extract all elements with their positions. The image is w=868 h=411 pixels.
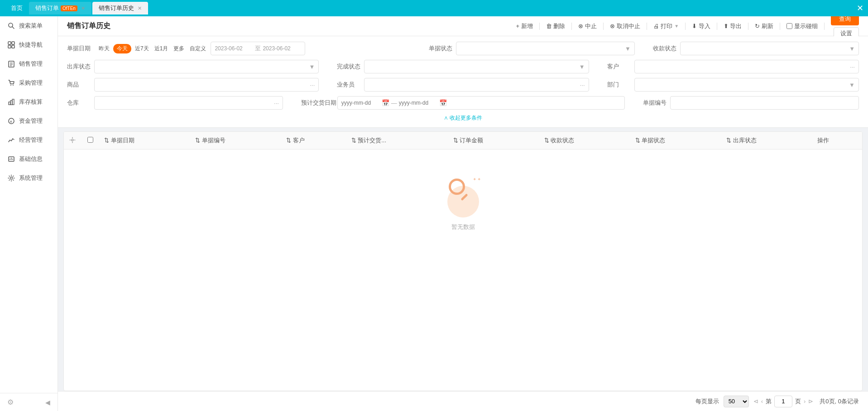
product-dots[interactable]: ··· [310, 82, 315, 88]
delete-button[interactable]: 🗑 删除 [546, 22, 566, 30]
first-page-button[interactable]: ⊲ [753, 398, 758, 405]
filter-department: 部门 ▼ [607, 78, 859, 92]
filter-bill-number: 单据编号 [643, 96, 859, 110]
window-close-button[interactable]: ✕ [857, 3, 863, 13]
warehouse-dots[interactable]: ··· [274, 100, 279, 106]
date-from-input[interactable] [215, 45, 253, 52]
th-receipt-status[interactable]: ⇅ 收款状态 [539, 132, 630, 150]
prev-page-button[interactable]: ‹ [761, 398, 763, 405]
th-number[interactable]: ⇅ 单据编号 [190, 132, 281, 150]
date-tag-custom[interactable]: 自定义 [188, 44, 208, 53]
product-input[interactable] [98, 82, 308, 88]
bill-status-input[interactable] [460, 45, 625, 52]
page-nav: ⊲ ‹ 第 页 › ⊳ 共0页, 0条记录 [753, 396, 859, 407]
salesperson-dots[interactable]: ··· [580, 82, 585, 88]
sidebar-item-quicknav[interactable]: 快捷导航 [0, 35, 58, 54]
print-label: 🖨 打印 [653, 22, 673, 30]
per-page-select[interactable]: 50 10 20 100 [724, 396, 749, 407]
date-tag-today[interactable]: 今天 [113, 44, 131, 53]
page-header: 销售订单历史 + 新增 🗑 删除 ⊗ 中止 ⊗ 取消中止 🖨 打印 ▼ ⬇ 导入… [58, 16, 868, 36]
filter-outbound-status: 出库状态 ▼ [67, 60, 319, 73]
sidebar-item-finance[interactable]: ¥ 资金管理 [0, 111, 58, 131]
delivery-from-calendar-icon[interactable]: 📅 [382, 99, 389, 106]
receipt-status-dropdown-icon[interactable]: ▼ [849, 45, 855, 52]
salesperson-input[interactable] [368, 82, 578, 88]
new-button[interactable]: + 新增 [516, 22, 533, 30]
empty-state: ✦ ✦ 暂无数据 [64, 150, 862, 258]
customer-label: 客户 [607, 63, 634, 71]
filter-row-4: 仓库 ··· 预计交货日期 📅 — 📅 [67, 96, 859, 110]
sidebar-item-stock[interactable]: 库存核算 [0, 92, 58, 111]
th-outbound-status-label: ⇅ 出库状态 [726, 137, 757, 144]
delivery-to-calendar-icon[interactable]: 📅 [439, 99, 447, 106]
tab-sales-order[interactable]: 销售订单 OfTEn ✕ [29, 2, 91, 15]
th-settings[interactable] [64, 132, 82, 150]
product-label: 商品 [67, 81, 94, 89]
display-cols-checkbox[interactable]: 显示碰细 [786, 22, 818, 30]
operation-icon [7, 136, 15, 144]
tab-home[interactable]: 首页 [5, 4, 29, 12]
outbound-status-input[interactable] [98, 63, 309, 70]
stop-button[interactable]: ⊗ 中止 [578, 22, 597, 30]
next-page-button[interactable]: › [804, 398, 806, 405]
completion-status-input[interactable] [368, 63, 579, 70]
sidebar-item-base[interactable]: 基础信息 [0, 150, 58, 169]
sidebar-item-system[interactable]: 系统管理 [0, 169, 58, 188]
sidebar-item-sales[interactable]: 销售管理 [0, 54, 58, 73]
last-page-button[interactable]: ⊳ [808, 398, 813, 405]
bill-number-input[interactable] [674, 100, 855, 106]
department-input[interactable] [638, 82, 849, 88]
tab-sales-order-history[interactable]: 销售订单历史 ✕ [92, 2, 148, 15]
print-dropdown-icon[interactable]: ▼ [674, 24, 679, 29]
collapse-button[interactable]: ∧ 收起更多条件 [67, 114, 859, 122]
bill-status-dropdown-icon[interactable]: ▼ [625, 45, 631, 52]
sep5 [685, 23, 686, 30]
sidebar-item-purchase[interactable]: 采购管理 [0, 73, 58, 92]
completion-status-dropdown-icon[interactable]: ▼ [579, 63, 585, 70]
completion-status-control: ▼ [364, 60, 589, 73]
th-order-amount[interactable]: ⇅ 订单金额 [448, 132, 539, 150]
th-bill-status[interactable]: ⇅ 单据状态 [630, 132, 721, 150]
select-all-checkbox[interactable] [87, 137, 93, 143]
customer-dots[interactable]: ··· [850, 63, 855, 70]
date-tag-yesterday[interactable]: 昨天 [97, 44, 111, 53]
date-to-input[interactable] [263, 45, 301, 52]
date-tag-more[interactable]: 更多 [172, 44, 186, 53]
query-button[interactable]: 查询 [831, 16, 859, 25]
base-icon [7, 155, 15, 163]
sales-icon [7, 60, 15, 68]
tab-sales-order-close[interactable]: ✕ [81, 5, 85, 11]
filter-row-2: 出库状态 ▼ 完成状态 ▼ 客户 [67, 60, 859, 73]
date-tag-7days[interactable]: 近7天 [133, 44, 151, 53]
sep6 [717, 23, 717, 30]
customer-input[interactable] [638, 63, 848, 70]
date-tag-1month[interactable]: 近1月 [153, 44, 170, 53]
export-button[interactable]: ⬆ 导出 [724, 22, 742, 30]
th-operation-label: 操作 [817, 137, 829, 144]
refresh-button[interactable]: ↻ 刷新 [755, 22, 773, 30]
sidebar-item-operation[interactable]: 经营管理 [0, 131, 58, 150]
print-button[interactable]: 🖨 打印 ▼ [653, 22, 679, 30]
stock-icon [7, 98, 15, 106]
department-dropdown-icon[interactable]: ▼ [849, 82, 855, 88]
expected-delivery-from[interactable] [341, 100, 380, 106]
import-button[interactable]: ⬇ 导入 [692, 22, 710, 30]
warehouse-input[interactable] [98, 100, 272, 106]
cancel-stop-button[interactable]: ⊗ 取消中止 [610, 22, 640, 30]
th-customer[interactable]: ⇅ 客户 [281, 132, 345, 150]
expected-delivery-to[interactable] [399, 100, 437, 106]
outbound-status-dropdown-icon[interactable]: ▼ [309, 63, 315, 70]
bill-number-control [670, 96, 859, 110]
sidebar-settings-icon[interactable]: ⚙ [7, 398, 14, 406]
page-number-input[interactable] [774, 396, 792, 407]
th-expected-delivery[interactable]: ⇅ 预计交货... [346, 132, 448, 150]
display-cols-input[interactable] [786, 23, 792, 29]
th-outbound-status[interactable]: ⇅ 出库状态 [721, 132, 812, 150]
sidebar-collapse-icon[interactable]: ◀ [45, 399, 50, 406]
tab-sales-order-history-close[interactable]: ✕ [138, 5, 142, 11]
th-check[interactable] [82, 132, 99, 150]
sidebar-item-search[interactable]: 搜索菜单 [0, 16, 58, 35]
th-date[interactable]: ⇅ 单据日期 [99, 132, 190, 150]
sidebar-bottom: ⚙ ◀ [0, 393, 58, 411]
receipt-status-input[interactable] [684, 45, 849, 52]
